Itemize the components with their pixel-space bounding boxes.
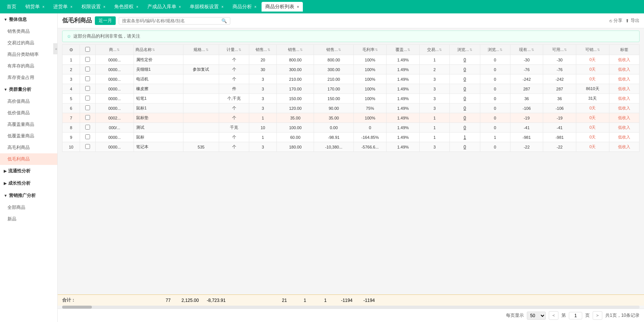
nav-close-product[interactable]: ×	[179, 5, 181, 9]
row-select-checkbox[interactable]	[85, 144, 90, 149]
row-select-checkbox[interactable]	[85, 67, 90, 71]
browse1-link[interactable]: 0	[464, 57, 466, 63]
nav-purchase-order[interactable]: 进货单 ×	[49, 2, 76, 12]
search-input[interactable]	[122, 18, 220, 23]
nav-template-settings[interactable]: 单据模板设置 ×	[186, 2, 227, 12]
sidebar-item-low-value[interactable]: 低价值商品	[0, 107, 57, 119]
sidebar-item-high-coverage[interactable]: 高覆盖量商品	[0, 119, 57, 130]
sidebar-group-marketing[interactable]: ▼ 营销推广分析	[0, 189, 57, 202]
per-page-select[interactable]: 50 100 200	[527, 312, 546, 320]
sidebar-group-cluster[interactable]: ▼ 类群量分析	[0, 83, 57, 96]
row-current: -19	[510, 113, 543, 123]
th-available: 可用...⇅	[543, 45, 576, 55]
sidebar-group-overview[interactable]: ▼ 整体信息	[0, 13, 57, 26]
sidebar-item-stocked-products[interactable]: 有库存的商品	[0, 60, 57, 72]
row-select-checkbox[interactable]	[85, 134, 90, 139]
select-all-checkbox[interactable]	[85, 47, 90, 52]
browse1-link[interactable]: 0	[464, 86, 466, 92]
nav-analysis-list[interactable]: 商品分析列表 ×	[262, 2, 302, 12]
sidebar-item-traded-products[interactable]: 交易过的商品	[0, 37, 57, 49]
row-checkbox[interactable]	[80, 74, 95, 84]
scrollbar-thumb[interactable]	[62, 306, 92, 309]
browse1-link[interactable]: 0	[464, 96, 466, 101]
row-current: -41	[510, 123, 543, 133]
sidebar-item-high-margin[interactable]: 高毛利商品	[0, 142, 57, 153]
footer-total: 合计： 77 2,125.00 -8,723.91 21 1 1 -1194 -…	[58, 294, 644, 306]
period-button[interactable]: 近一月	[95, 16, 116, 25]
row-select-checkbox[interactable]	[85, 96, 90, 101]
row-checkbox[interactable]	[80, 113, 95, 123]
row-browse2: 0	[480, 94, 510, 103]
search-icon[interactable]: 🔍	[221, 18, 227, 23]
row-checkbox[interactable]	[80, 94, 95, 103]
row-available: 36	[543, 94, 576, 103]
browse1-link[interactable]: 0	[464, 77, 466, 82]
nav-product-analysis[interactable]: 商品分析 ×	[229, 2, 260, 12]
nav-close-analysis-list[interactable]: ×	[297, 5, 299, 9]
browse1-link[interactable]: 0	[464, 144, 466, 150]
browse1-link[interactable]: 0	[464, 106, 466, 111]
nav-product-entry[interactable]: 产成品入库单 ×	[144, 2, 185, 12]
row-browse2: 0	[480, 103, 510, 113]
th-settings[interactable]: ⚙	[63, 45, 80, 55]
prev-page-button[interactable]: ＜	[549, 311, 558, 320]
row-select-checkbox[interactable]	[85, 86, 90, 91]
nav-close-sales[interactable]: ×	[42, 5, 45, 9]
row-select-checkbox[interactable]	[85, 115, 90, 120]
row-sale-qty: 1	[249, 133, 277, 142]
row-checkbox[interactable]	[80, 103, 95, 113]
nav-close-analysis[interactable]: ×	[254, 5, 256, 9]
next-page-button[interactable]: ＞	[593, 311, 602, 320]
nav-sales-order[interactable]: 销货单 ×	[22, 2, 48, 12]
settings-icon[interactable]: ⚙	[69, 47, 73, 52]
page-input[interactable]	[569, 312, 582, 319]
sidebar-item-high-value[interactable]: 高价值商品	[0, 96, 57, 107]
horizontal-scrollbar[interactable]	[62, 306, 640, 309]
nav-home[interactable]: 首页	[3, 2, 20, 12]
sidebar-item-all-products[interactable]: 全部商品	[0, 202, 57, 213]
export-button[interactable]: ⬆ 导出	[625, 17, 640, 24]
nav-role-auth[interactable]: 角色授权 ×	[110, 2, 142, 12]
row-number: 10	[63, 142, 80, 152]
row-checkbox[interactable]	[80, 84, 95, 94]
sidebar-item-new-products[interactable]: 新品	[0, 213, 57, 225]
nav-permission[interactable]: 权限设置 ×	[78, 2, 109, 12]
sidebar-item-stock-capital[interactable]: 库存资金占用	[0, 72, 57, 83]
row-select-checkbox[interactable]	[85, 125, 90, 130]
row-checkbox[interactable]	[80, 133, 95, 142]
sidebar-collapse-button[interactable]: «	[53, 43, 58, 54]
sidebar-item-category-rate[interactable]: 商品分类助销率	[0, 49, 57, 60]
row-trade: 3	[420, 142, 450, 152]
nav-close-template[interactable]: ×	[221, 5, 224, 9]
th-margin: 毛利率⇅	[353, 45, 387, 55]
share-button[interactable]: ⎋ 分享	[609, 17, 622, 24]
total-sale-qty: 77	[159, 298, 177, 303]
row-checkbox[interactable]	[80, 123, 95, 133]
row-select-checkbox[interactable]	[85, 76, 90, 81]
sidebar-item-low-margin[interactable]: 低毛利商品	[0, 153, 57, 165]
sidebar-item-sales-products[interactable]: 销售类商品	[0, 26, 57, 37]
row-select-checkbox[interactable]	[85, 105, 90, 110]
browse1-link[interactable]: 0	[464, 115, 466, 121]
row-select-checkbox[interactable]	[85, 57, 90, 62]
row-checkbox[interactable]	[80, 65, 95, 74]
sidebar-group-growth[interactable]: ▶ 成长性分析	[0, 177, 57, 189]
table-row: 3 0000... 电话机 个 3 210.00 210.00 100% 1.4…	[63, 74, 640, 84]
row-checkbox[interactable]	[80, 142, 95, 152]
browse1-link[interactable]: 0	[464, 67, 466, 72]
row-checkbox[interactable]	[80, 55, 95, 65]
browse1-link[interactable]: 1	[464, 135, 466, 140]
nav-close-purchase[interactable]: ×	[70, 5, 73, 9]
row-browse1: 0	[450, 142, 480, 152]
row-spec	[183, 84, 219, 94]
row-name: 鼠标	[134, 133, 183, 142]
row-browse1[interactable]: 1	[450, 133, 480, 142]
row-name: 电话机	[134, 74, 183, 84]
browse1-link[interactable]: 0	[464, 125, 466, 130]
sidebar-group-flow[interactable]: ▶ 流通性分析	[0, 165, 57, 177]
nav-close-role[interactable]: ×	[136, 5, 138, 9]
nav-close-permission[interactable]: ×	[103, 5, 106, 9]
sidebar-item-low-coverage[interactable]: 低覆盖量商品	[0, 130, 57, 142]
page-suffix: 页	[585, 312, 590, 319]
row-margin: 100%	[353, 94, 387, 103]
